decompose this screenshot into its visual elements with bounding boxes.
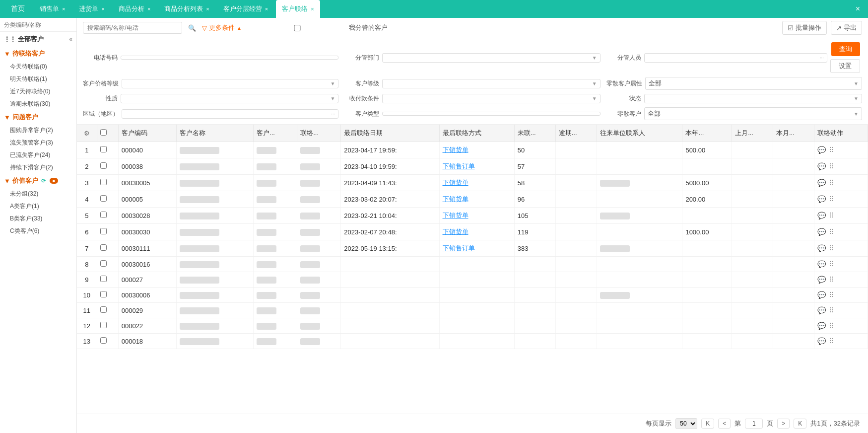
retail-cust-select[interactable]: 全部 ▼	[644, 107, 862, 120]
chat-icon[interactable]: 💬	[817, 322, 826, 330]
row-checkbox[interactable]	[97, 288, 118, 303]
contact-type-link[interactable]: 下销货单	[443, 212, 468, 219]
problem-customers-group[interactable]: ▼ 问题客户	[0, 110, 76, 124]
more-icon[interactable]: ⠿	[829, 306, 834, 314]
sidebar-lost-customers[interactable]: 已流失客户(24)	[0, 149, 76, 161]
row-contact-type[interactable]	[439, 318, 514, 334]
more-icon[interactable]: ⠿	[829, 212, 834, 219]
close-product-analysis-tab[interactable]: ×	[147, 6, 150, 12]
col-settings[interactable]: ⚙	[77, 125, 97, 142]
row-checkbox[interactable]	[97, 208, 118, 224]
more-icon[interactable]: ⠿	[829, 276, 834, 284]
sidebar-tomorrow-pending[interactable]: 明天待联络(1)	[0, 73, 76, 85]
sidebar-class-c[interactable]: C类客户(6)	[0, 225, 76, 237]
nav-tab-purchase[interactable]: 进货单 ×	[73, 0, 110, 18]
batch-ops-button[interactable]: ☑ 批量操作	[782, 21, 827, 35]
chat-icon[interactable]: 💬	[817, 146, 826, 154]
nav-tab-sales[interactable]: 销售单 ×	[34, 0, 71, 18]
col-name[interactable]: 客户名称	[177, 125, 254, 142]
col-this-year[interactable]: 本年...	[682, 125, 732, 142]
sidebar-ungrouped[interactable]: 未分组(32)	[0, 188, 76, 200]
more-icon[interactable]: ⠿	[829, 260, 834, 268]
contact-type-link[interactable]: 下销货单	[443, 179, 468, 186]
chat-icon[interactable]: 💬	[817, 228, 826, 236]
col-code[interactable]: 客户编码	[118, 125, 177, 142]
row-checkbox[interactable]	[97, 191, 118, 208]
sidebar-7days-pending[interactable]: 近7天待联络(0)	[0, 85, 76, 98]
prev-page-btn[interactable]: <	[718, 419, 731, 429]
nav-tab-product-list[interactable]: 商品分析列表 ×	[158, 0, 215, 18]
more-icon[interactable]: ⠿	[829, 337, 834, 345]
sidebar-declining-customers[interactable]: 持续下滑客户(2)	[0, 161, 76, 174]
export-button[interactable]: ↗ 导出	[831, 21, 862, 35]
payment-select[interactable]: ▼	[382, 94, 600, 103]
nav-home[interactable]: 首页	[4, 0, 32, 18]
chat-icon[interactable]: 💬	[817, 212, 826, 219]
row-contact-type[interactable]	[439, 334, 514, 349]
chat-icon[interactable]: 💬	[817, 244, 826, 252]
chat-icon[interactable]: 💬	[817, 195, 826, 203]
dept-select[interactable]: ▼	[382, 53, 600, 63]
my-customers-checkbox[interactable]	[248, 25, 347, 31]
row-checkbox[interactable]	[97, 224, 118, 240]
col-last-month[interactable]: 上月...	[732, 125, 773, 142]
last-page-btn[interactable]: K	[794, 419, 806, 429]
page-input[interactable]	[745, 419, 763, 429]
col-not-contact[interactable]: 未联...	[514, 125, 555, 142]
status-select[interactable]: ▼	[644, 94, 862, 103]
search-icon[interactable]: 🔍	[188, 24, 196, 32]
chat-icon[interactable]: 💬	[817, 276, 826, 284]
chat-icon[interactable]: 💬	[817, 337, 826, 345]
row-contact-type[interactable]: 下销售订单	[439, 240, 514, 257]
first-page-btn[interactable]: K	[701, 419, 714, 429]
close-product-list-tab[interactable]: ×	[206, 6, 209, 12]
more-icon[interactable]: ⠿	[829, 244, 834, 252]
row-contact-type[interactable]	[439, 257, 514, 272]
retail-attr-select[interactable]: 全部 ▼	[645, 77, 862, 90]
more-icon[interactable]: ⠿	[829, 179, 834, 187]
chat-icon[interactable]: 💬	[817, 306, 826, 314]
chat-icon[interactable]: 💬	[817, 291, 826, 299]
col-this-month[interactable]: 本月...	[773, 125, 814, 142]
col-unit-contact[interactable]: 往来单位联系人	[597, 125, 682, 142]
row-checkbox[interactable]	[97, 257, 118, 272]
row-contact-type[interactable]	[439, 288, 514, 303]
more-icon[interactable]: ⠿	[829, 195, 834, 203]
phone-select[interactable]	[121, 56, 338, 60]
row-contact-type[interactable]: 下销货单	[439, 175, 514, 191]
col-last-contact-date[interactable]: 最后联络日期	[341, 125, 439, 142]
sidebar-hoarding-abnormal[interactable]: 囤购异常客户(2)	[0, 124, 76, 137]
cust-type-select[interactable]	[382, 112, 600, 116]
value-customers-group[interactable]: ▼ 价值客户 ⟳ ●	[0, 174, 76, 188]
more-icon[interactable]: ⠿	[829, 228, 834, 236]
cust-level-select[interactable]: ▼	[382, 79, 600, 88]
row-checkbox[interactable]	[97, 240, 118, 257]
chat-icon[interactable]: 💬	[817, 162, 826, 170]
row-contact-type[interactable]: 下销货单	[439, 191, 514, 208]
nav-tab-customer-contact[interactable]: 客户联络 ×	[276, 0, 320, 18]
row-contact-type[interactable]	[439, 303, 514, 318]
sidebar-class-b[interactable]: B类客户(33)	[0, 213, 76, 225]
chat-icon[interactable]: 💬	[817, 179, 826, 187]
col-overdue[interactable]: 逾期...	[555, 125, 597, 142]
row-checkbox[interactable]	[97, 272, 118, 288]
sidebar-today-pending[interactable]: 今天待联络(0)	[0, 61, 76, 73]
row-checkbox[interactable]	[97, 334, 118, 349]
close-customer-contact-tab[interactable]: ×	[311, 6, 314, 12]
more-icon[interactable]: ⠿	[829, 322, 834, 330]
price-level-select[interactable]: ▼	[122, 79, 338, 88]
sidebar-overdue-pending[interactable]: 逾期未联络(30)	[0, 98, 76, 110]
contact-type-link[interactable]: 下销货单	[443, 146, 468, 153]
query-button[interactable]: 查询	[831, 42, 860, 56]
page-size-select[interactable]: 50	[675, 418, 697, 429]
row-contact-type[interactable]: 下销售订单	[439, 158, 514, 175]
col-contact[interactable]: 联络...	[297, 125, 341, 142]
contact-type-link[interactable]: 下销货单	[443, 228, 468, 235]
reset-button[interactable]: 设置	[830, 59, 860, 73]
contact-type-link[interactable]: 下销售订单	[443, 244, 475, 252]
pending-contact-group[interactable]: ▼ 待联络客户	[0, 47, 76, 61]
close-purchase-tab[interactable]: ×	[101, 6, 104, 12]
row-contact-type[interactable]: 下销货单	[439, 208, 514, 224]
more-icon[interactable]: ⠿	[829, 162, 834, 170]
row-contact-type[interactable]	[439, 272, 514, 288]
